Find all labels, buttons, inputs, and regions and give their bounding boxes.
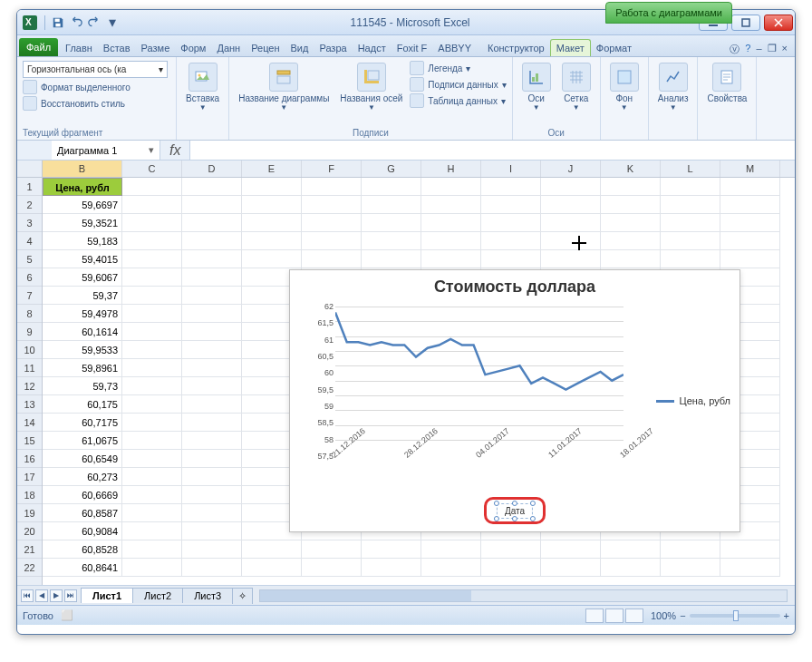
row-header[interactable]: 10 xyxy=(17,341,42,359)
new-sheet-button[interactable]: ✧ xyxy=(232,588,253,604)
empty-cell[interactable] xyxy=(601,214,661,232)
insert-button[interactable]: Вставка▼ xyxy=(182,61,223,113)
empty-cell[interactable] xyxy=(362,250,421,268)
empty-cell[interactable] xyxy=(122,432,182,450)
tab-view[interactable]: Вид xyxy=(285,40,314,56)
empty-cell[interactable] xyxy=(601,178,661,196)
empty-cell[interactable] xyxy=(122,414,182,432)
close-button[interactable] xyxy=(764,15,793,31)
empty-cell[interactable] xyxy=(182,377,242,395)
empty-cell[interactable] xyxy=(182,214,242,232)
col-B[interactable]: B xyxy=(43,161,122,177)
empty-cell[interactable] xyxy=(122,232,182,250)
empty-cell[interactable] xyxy=(720,214,780,232)
empty-cell[interactable] xyxy=(182,486,242,504)
empty-cell[interactable] xyxy=(122,250,182,268)
empty-cell[interactable] xyxy=(302,178,362,196)
col-J[interactable]: J xyxy=(541,161,601,177)
empty-cell[interactable] xyxy=(481,559,541,577)
empty-cell[interactable] xyxy=(242,214,302,232)
empty-cell[interactable] xyxy=(720,178,780,196)
empty-cell[interactable] xyxy=(362,559,421,577)
empty-cell[interactable] xyxy=(182,450,242,468)
empty-cell[interactable] xyxy=(541,178,601,196)
row-header[interactable]: 18 xyxy=(17,486,42,504)
tab-foxit[interactable]: Foxit F xyxy=(392,40,433,56)
col-F[interactable]: F xyxy=(302,161,362,177)
data-cell[interactable]: 59,4978 xyxy=(43,305,122,323)
empty-cell[interactable] xyxy=(182,196,242,214)
chart-legend[interactable]: Цена, рубл xyxy=(656,395,730,406)
data-cell[interactable]: 60,175 xyxy=(43,395,122,414)
row-header[interactable]: 6 xyxy=(17,268,42,287)
empty-cell[interactable] xyxy=(242,250,302,268)
empty-cell[interactable] xyxy=(601,559,661,577)
zoom-slider[interactable] xyxy=(690,614,780,618)
empty-cell[interactable] xyxy=(661,178,720,196)
col-H[interactable]: H xyxy=(421,161,481,177)
qat-redo-icon[interactable] xyxy=(86,15,102,31)
ribbon-minimize-icon[interactable]: ⓥ xyxy=(730,43,740,56)
data-cell[interactable]: 60,8641 xyxy=(43,559,122,577)
format-selection-button[interactable]: Формат выделенного xyxy=(23,80,170,94)
empty-cell[interactable] xyxy=(122,395,182,414)
empty-cell[interactable] xyxy=(122,214,182,232)
row-header[interactable]: 22 xyxy=(17,559,42,577)
gridlines-button[interactable]: Сетка▼ xyxy=(558,61,594,113)
data-labels-button[interactable]: Подписи данных ▾ xyxy=(410,77,506,92)
header-cell[interactable]: Цена, рубл xyxy=(43,178,122,196)
empty-cell[interactable] xyxy=(481,214,541,232)
empty-cell[interactable] xyxy=(661,250,720,268)
empty-cell[interactable] xyxy=(302,232,362,250)
data-cell[interactable]: 60,8528 xyxy=(43,540,122,559)
empty-cell[interactable] xyxy=(122,323,182,341)
horizontal-scrollbar[interactable] xyxy=(259,589,788,602)
select-all-corner[interactable] xyxy=(17,161,42,178)
empty-cell[interactable] xyxy=(122,540,182,559)
inner-close-icon[interactable]: × xyxy=(782,43,788,56)
empty-cell[interactable] xyxy=(661,559,720,577)
empty-cell[interactable] xyxy=(661,540,720,559)
view-pagebreak-button[interactable] xyxy=(625,608,643,623)
row-header[interactable]: 12 xyxy=(17,377,42,395)
sheet-nav-prev[interactable]: ◀ xyxy=(35,589,48,602)
empty-cell[interactable] xyxy=(122,268,182,287)
row-header[interactable]: 1 xyxy=(17,178,42,196)
empty-cell[interactable] xyxy=(421,214,481,232)
fx-icon[interactable]: fx xyxy=(160,142,189,159)
empty-cell[interactable] xyxy=(182,468,242,486)
empty-cell[interactable] xyxy=(182,268,242,287)
row-header[interactable]: 21 xyxy=(17,540,42,559)
col-M[interactable]: M xyxy=(720,161,780,177)
data-cell[interactable]: 60,6549 xyxy=(43,450,122,468)
sheet-tab-3[interactable]: Лист3 xyxy=(182,588,233,603)
empty-cell[interactable] xyxy=(421,250,481,268)
tab-formulas[interactable]: Форм xyxy=(175,40,211,56)
empty-cell[interactable] xyxy=(242,196,302,214)
empty-cell[interactable] xyxy=(720,559,780,577)
empty-cell[interactable] xyxy=(302,196,362,214)
col-D[interactable]: D xyxy=(182,161,242,177)
x-axis[interactable]: 21.12.201628.12.201604.01.201711.01.2017… xyxy=(335,447,624,483)
row-header[interactable]: 5 xyxy=(17,250,42,268)
row-header[interactable]: 14 xyxy=(17,414,42,432)
empty-cell[interactable] xyxy=(242,232,302,250)
empty-cell[interactable] xyxy=(242,559,302,577)
empty-cell[interactable] xyxy=(302,540,362,559)
empty-cell[interactable] xyxy=(720,232,780,250)
sheet-tab-1[interactable]: Лист1 xyxy=(81,588,133,603)
row-header[interactable]: 17 xyxy=(17,468,42,486)
analysis-button[interactable]: Анализ▼ xyxy=(654,61,692,113)
zoom-in-button[interactable]: + xyxy=(784,610,789,621)
inner-min-icon[interactable]: – xyxy=(756,43,761,56)
empty-cell[interactable] xyxy=(362,178,421,196)
empty-cell[interactable] xyxy=(182,504,242,522)
maximize-button[interactable] xyxy=(731,15,760,31)
data-cell[interactable]: 59,3521 xyxy=(43,214,122,232)
empty-cell[interactable] xyxy=(421,232,481,250)
empty-cell[interactable] xyxy=(122,486,182,504)
empty-cell[interactable] xyxy=(362,540,421,559)
row-header[interactable]: 4 xyxy=(17,232,42,250)
row-header[interactable]: 2 xyxy=(17,196,42,214)
empty-cell[interactable] xyxy=(541,196,601,214)
